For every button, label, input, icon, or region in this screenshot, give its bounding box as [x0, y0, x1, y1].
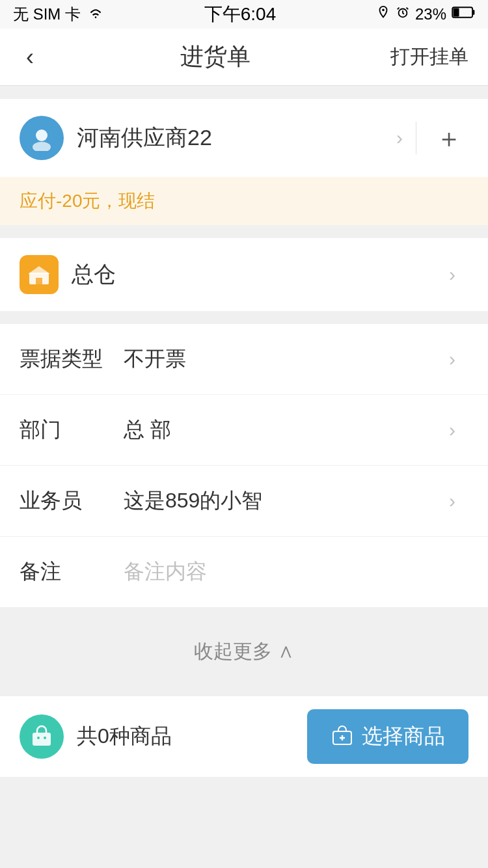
supplier-chevron-icon: ›: [396, 127, 403, 149]
department-row[interactable]: 部门 总 部 ›: [0, 395, 488, 466]
status-left: 无 SIM 卡: [13, 4, 104, 25]
salesperson-value: 这是859的小智: [111, 487, 449, 515]
warehouse-chevron-icon: ›: [449, 264, 455, 286]
svg-point-12: [37, 737, 40, 739]
vertical-divider: [416, 122, 416, 154]
supplier-section: 河南供应商22 › ＋ 应付-20元，现结: [0, 99, 488, 225]
salesperson-label: 业务员: [20, 487, 111, 515]
status-right: 23%: [376, 5, 475, 23]
status-bar: 无 SIM 卡 下午6:04 23%: [0, 0, 488, 29]
battery-icon: [452, 5, 475, 23]
svg-rect-10: [36, 278, 42, 284]
nav-bar: ‹ 进货单 打开挂单: [0, 29, 488, 86]
form-section: 票据类型 不开票 › 部门 总 部 › 业务员 这是859的小智 › 备注 备注…: [0, 324, 488, 607]
notice-text: 应付-20元，现结: [20, 191, 155, 211]
supplier-row[interactable]: 河南供应商22 › ＋: [0, 99, 488, 177]
select-product-label: 选择商品: [362, 722, 445, 751]
svg-rect-5: [454, 8, 459, 17]
warehouse-row[interactable]: 总仓 ›: [0, 238, 488, 311]
svg-marker-9: [28, 266, 50, 274]
svg-point-13: [44, 737, 46, 739]
open-pending-button[interactable]: 打开挂单: [390, 44, 468, 70]
invoice-type-chevron-icon: ›: [449, 348, 455, 370]
page-title: 进货单: [180, 41, 251, 73]
invoice-type-value: 不开票: [111, 345, 449, 373]
invoice-type-label: 票据类型: [20, 345, 111, 373]
warehouse-name: 总仓: [72, 260, 449, 290]
svg-point-7: [33, 142, 51, 151]
carrier-label: 无 SIM 卡: [13, 4, 81, 25]
invoice-type-row[interactable]: 票据类型 不开票 ›: [0, 324, 488, 395]
notice-bar: 应付-20元，现结: [0, 177, 488, 225]
product-bar: 共0种商品 选择商品: [0, 696, 488, 777]
collapse-button[interactable]: 收起更多 ∧: [0, 620, 488, 683]
collapse-label: 收起更多 ∧: [194, 640, 293, 662]
svg-point-6: [36, 129, 47, 141]
product-icon: [20, 714, 64, 759]
svg-rect-11: [33, 733, 51, 746]
top-divider: [0, 86, 488, 99]
supplier-avatar: [20, 116, 64, 160]
svg-point-0: [95, 16, 97, 18]
supplier-name: 河南供应商22: [77, 123, 396, 153]
divider-1: [0, 225, 488, 238]
wifi-icon: [87, 4, 104, 25]
remark-label: 备注: [20, 558, 111, 586]
remark-row[interactable]: 备注 备注内容: [0, 537, 488, 607]
salesperson-chevron-icon: ›: [449, 490, 455, 512]
warehouse-icon: [20, 255, 59, 294]
add-supplier-button[interactable]: ＋: [429, 120, 468, 156]
back-button[interactable]: ‹: [20, 37, 40, 77]
svg-point-1: [382, 9, 385, 12]
battery-label: 23%: [415, 5, 446, 23]
select-product-button[interactable]: 选择商品: [307, 709, 468, 764]
department-value: 总 部: [111, 416, 449, 444]
status-time: 下午6:04: [204, 2, 277, 27]
warehouse-section: 总仓 ›: [0, 238, 488, 311]
product-count-label: 共0种商品: [77, 722, 307, 751]
svg-rect-4: [472, 10, 474, 15]
alarm-icon: [396, 5, 410, 23]
location-icon: [376, 5, 390, 23]
department-chevron-icon: ›: [449, 419, 455, 441]
remark-input[interactable]: 备注内容: [111, 558, 468, 586]
salesperson-row[interactable]: 业务员 这是859的小智 ›: [0, 466, 488, 537]
department-label: 部门: [20, 416, 111, 444]
